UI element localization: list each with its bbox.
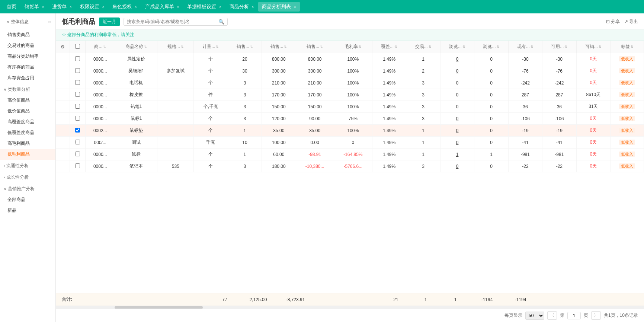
cell-checkbox[interactable] bbox=[70, 101, 86, 113]
sidebar-group-marketing[interactable]: ∨ 营销推广分析 bbox=[0, 183, 55, 194]
cell-views1[interactable]: 0 bbox=[440, 101, 474, 113]
horizontal-scrollbar[interactable] bbox=[56, 306, 644, 309]
col-views2: 浏览...⇅ bbox=[474, 41, 508, 53]
cell-name: 橡皮擦 bbox=[115, 89, 157, 101]
cell-sales-amount: 120.00 bbox=[262, 113, 296, 125]
nav-home[interactable]: 首页 bbox=[3, 2, 20, 12]
row-checkbox[interactable] bbox=[75, 116, 80, 121]
nav-permissions[interactable]: 权限设置 × bbox=[76, 2, 108, 12]
nav-close-icon[interactable]: × bbox=[70, 5, 72, 9]
cell-checkbox[interactable] bbox=[70, 149, 86, 160]
cell-views1[interactable]: 1 bbox=[440, 149, 474, 160]
cell-checkbox[interactable] bbox=[70, 77, 86, 89]
cell-views1[interactable]: 0 bbox=[440, 160, 474, 172]
nav-product-entry[interactable]: 产成品入库单 × bbox=[141, 2, 183, 12]
nav-close-icon[interactable]: × bbox=[135, 5, 137, 9]
row-checkbox[interactable] bbox=[75, 163, 80, 168]
cell-sales-qty: 3 bbox=[228, 77, 262, 89]
cell-checkbox[interactable] bbox=[70, 89, 86, 101]
top-navigation: 首页 销货单 × 进货单 × 权限设置 × 角色授权 × 产成品入库单 × 单据… bbox=[0, 0, 644, 13]
cell-views1[interactable]: 0 bbox=[440, 113, 474, 125]
sidebar-item-high-coverage[interactable]: 高覆盖度商品 bbox=[0, 117, 55, 127]
nav-template-settings[interactable]: 单据模板设置 × bbox=[183, 2, 225, 12]
cell-checkbox[interactable] bbox=[70, 137, 86, 149]
sidebar-item-low-coverage[interactable]: 低覆盖度商品 bbox=[0, 127, 55, 138]
nav-close-icon[interactable]: × bbox=[251, 5, 254, 9]
sidebar-item-low-value[interactable]: 低价值商品 bbox=[0, 106, 55, 117]
sidebar-collapse-button[interactable]: « bbox=[47, 17, 52, 26]
cell-available-stock: -76 bbox=[542, 65, 576, 77]
sidebar-group-overall-info[interactable]: ∨ 整体信息 bbox=[3, 16, 32, 27]
cell-settings bbox=[56, 160, 70, 172]
sidebar-item-low-margin[interactable]: 低毛利商品 bbox=[0, 149, 55, 160]
nav-sales-order[interactable]: 销货单 × bbox=[21, 2, 48, 12]
cell-checkbox[interactable] bbox=[70, 113, 86, 125]
col-settings[interactable]: ⚙ bbox=[56, 41, 70, 53]
cell-gross-rate: 100% bbox=[334, 65, 372, 77]
share-button[interactable]: ⊡ 分享 bbox=[606, 19, 620, 25]
cell-spec: 参加复试 bbox=[157, 65, 194, 77]
sidebar-item-inventory-capital[interactable]: 库存资金占用 bbox=[0, 73, 55, 83]
sidebar-item-stocked-goods[interactable]: 有库存的商品 bbox=[0, 62, 55, 73]
cell-checkbox[interactable] bbox=[70, 53, 86, 65]
cell-checkbox[interactable] bbox=[70, 125, 86, 137]
row-checkbox[interactable] bbox=[75, 128, 80, 133]
row-checkbox[interactable] bbox=[75, 104, 80, 109]
sidebar-group-quantity-analysis[interactable]: ∨ 类数量分析 bbox=[0, 83, 55, 95]
row-checkbox[interactable] bbox=[75, 68, 80, 73]
nav-close-icon[interactable]: × bbox=[177, 5, 179, 9]
search-input[interactable] bbox=[127, 19, 218, 24]
sidebar-item-high-value[interactable]: 高价值商品 bbox=[0, 95, 55, 106]
cell-spec bbox=[157, 77, 194, 89]
sidebar-item-traded-goods[interactable]: 交易过的商品 bbox=[0, 40, 55, 51]
cell-current-stock: -242 bbox=[508, 77, 542, 89]
filter-period-button[interactable]: 近一月 bbox=[99, 17, 120, 26]
col-coverage: 覆盖...⇅ bbox=[372, 41, 406, 53]
select-all-checkbox[interactable] bbox=[75, 44, 80, 49]
cell-views1[interactable]: 0 bbox=[440, 53, 474, 65]
sidebar-item-high-margin[interactable]: 高毛利商品 bbox=[0, 138, 55, 149]
cell-views1[interactable]: 0 bbox=[440, 77, 474, 89]
nav-product-analysis-list[interactable]: 商品分析列表 × bbox=[258, 2, 299, 12]
cell-sales-qty: 3 bbox=[228, 160, 262, 172]
row-checkbox[interactable] bbox=[75, 80, 80, 85]
col-checkbox[interactable] bbox=[70, 41, 86, 53]
nav-close-icon[interactable]: × bbox=[102, 5, 105, 9]
cell-checkbox[interactable] bbox=[70, 65, 86, 77]
nav-purchase-order[interactable]: 进货单 × bbox=[48, 2, 75, 12]
col-sales-profit: 销售...⇅ bbox=[296, 41, 334, 53]
cell-views1[interactable]: 0 bbox=[440, 137, 474, 149]
page-number-input[interactable] bbox=[567, 312, 581, 319]
sidebar-item-all-goods[interactable]: 全部商品 bbox=[0, 194, 55, 205]
cell-sales-amount: 180.00 bbox=[262, 160, 296, 172]
nav-product-analysis[interactable]: 商品分析 × bbox=[226, 2, 257, 12]
prev-page-button[interactable]: 〈 bbox=[547, 311, 557, 320]
sidebar-item-new-goods[interactable]: 新品 bbox=[0, 205, 55, 216]
cell-views1[interactable]: 0 bbox=[440, 125, 474, 137]
row-checkbox[interactable] bbox=[75, 56, 80, 61]
cell-checkbox[interactable] bbox=[70, 160, 86, 172]
row-checkbox[interactable] bbox=[75, 140, 80, 144]
nav-role-auth[interactable]: 角色授权 × bbox=[109, 2, 140, 12]
sidebar-group-growth[interactable]: › 成长性分析 bbox=[0, 171, 55, 183]
cell-coverage: 1.49% bbox=[372, 101, 406, 113]
cell-views1[interactable]: 0 bbox=[440, 89, 474, 101]
row-checkbox[interactable] bbox=[75, 152, 80, 156]
cell-sellable-days: 31天 bbox=[576, 101, 610, 113]
export-button[interactable]: ↗ 导出 bbox=[624, 19, 638, 25]
page-size-select[interactable]: 50 20 100 bbox=[525, 312, 544, 320]
sidebar-item-sales-goods[interactable]: 销售类商品 bbox=[0, 29, 55, 40]
cell-name: 吴细细1 bbox=[115, 65, 157, 77]
cell-sales-profit: -10,380... bbox=[296, 160, 334, 172]
search-icon[interactable]: 🔍 bbox=[218, 19, 224, 25]
sidebar-group-liquidity[interactable]: › 流通性分析 bbox=[0, 160, 55, 171]
nav-close-icon[interactable]: × bbox=[294, 5, 296, 9]
next-page-button[interactable]: 〉 bbox=[591, 311, 601, 320]
row-checkbox[interactable] bbox=[75, 92, 80, 97]
sidebar-item-category-rate[interactable]: 商品分类助销率 bbox=[0, 51, 55, 62]
nav-close-icon[interactable]: × bbox=[42, 5, 44, 9]
cell-current-stock: -30 bbox=[508, 53, 542, 65]
cell-coverage: 1.49% bbox=[372, 137, 406, 149]
cell-views1[interactable]: 0 bbox=[440, 65, 474, 77]
nav-close-icon[interactable]: × bbox=[219, 5, 221, 9]
